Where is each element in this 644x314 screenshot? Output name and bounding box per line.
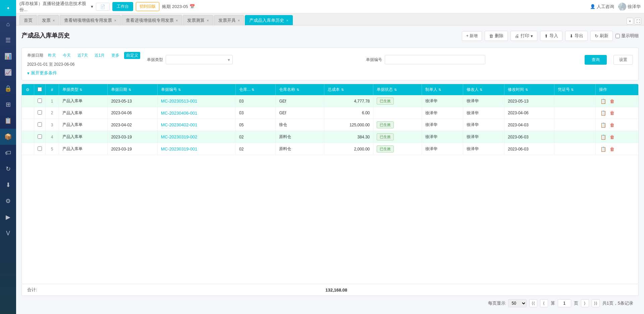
sidebar-item-doc[interactable]: ☰ [0, 32, 16, 48]
first-page-btn[interactable]: ⟨⟨ [529, 299, 537, 307]
col-creator[interactable]: 制单人 [422, 84, 463, 95]
sidebar-item-voucher[interactable]: 📋 [0, 113, 16, 129]
row-checkbox-cell[interactable] [34, 119, 45, 131]
row-checkbox[interactable] [38, 134, 42, 139]
date-option-custom[interactable]: 自定义 [124, 52, 140, 59]
col-modifier[interactable]: 修改人 [463, 84, 504, 95]
tab-invoice-open[interactable]: 发票开具 × [214, 15, 244, 25]
sidebar-item-stamp[interactable]: 🏷 [0, 145, 16, 161]
sidebar-item-settings2[interactable]: ⚙ [0, 193, 16, 209]
expand-more-btn[interactable]: ▾ 展开更多条件 [27, 70, 633, 76]
col-settings[interactable]: ⚙ [22, 84, 34, 95]
sidebar-item-analysis[interactable]: 📈 [0, 64, 16, 80]
edit-btn[interactable]: 📋 [599, 134, 607, 140]
row-checkbox[interactable] [38, 122, 42, 127]
print-btn[interactable]: 🖨 打印 [511, 31, 537, 41]
type-filter-select[interactable] [166, 55, 233, 64]
doc-number-link[interactable]: MC-20230513-001 [161, 99, 197, 104]
tab-invoice-close[interactable]: × [53, 18, 55, 22]
col-date[interactable]: 单据日期 [108, 84, 157, 95]
refresh-btn[interactable]: ↻ 刷新 [590, 31, 613, 41]
row-checkbox-cell[interactable] [34, 95, 45, 107]
doc-number-link[interactable]: MC-20230406-001 [161, 111, 197, 116]
row-checkbox-cell[interactable] [34, 131, 45, 143]
row-checkbox-cell[interactable] [34, 143, 45, 155]
edit-btn[interactable]: 📋 [599, 98, 607, 105]
sidebar-item-download[interactable]: ⬇ [0, 177, 16, 193]
user-profile[interactable]: @ Ea 徐泽华 [618, 3, 641, 11]
doc-number-link[interactable]: MC-20230319-002 [161, 134, 197, 139]
col-modify-time[interactable]: 修改时间 [504, 84, 554, 95]
row-delete-btn[interactable]: 🗑 [608, 146, 616, 152]
edit-btn[interactable]: 📋 [599, 146, 607, 152]
tab-invoice-calc[interactable]: 发票测算 × [183, 15, 213, 25]
row-number[interactable]: MC-20230402-001 [157, 119, 235, 131]
tab-purchase-vat-close[interactable]: × [176, 18, 178, 22]
edit-btn[interactable]: 📋 [599, 110, 607, 116]
date-option-1month[interactable]: 近1月 [93, 52, 107, 59]
tab-home[interactable]: 首页 [19, 15, 37, 25]
number-filter-input[interactable] [385, 55, 485, 64]
last-page-btn[interactable]: ⟩⟩ [592, 299, 600, 307]
show-detail-toggle-label[interactable]: 显示明细 [615, 33, 639, 39]
show-detail-checkbox[interactable] [615, 34, 620, 38]
tab-product-history[interactable]: 产成品入库单历史 × [245, 15, 292, 25]
prev-page-btn[interactable]: ⟨ [540, 299, 548, 307]
tab-sales-vat-close[interactable]: × [114, 18, 116, 22]
col-warehouse-code[interactable]: 仓库... [235, 84, 276, 95]
company-selector[interactable]: (库存核算）直播轻捷通信息技术股份... [19, 1, 93, 13]
row-number[interactable]: MC-20230319-001 [157, 143, 235, 155]
tab-fullscreen-btn[interactable]: ⛶ [635, 18, 641, 24]
date-option-yesterday[interactable]: 昨天 [46, 52, 58, 59]
row-delete-btn[interactable]: 🗑 [608, 122, 616, 128]
export-btn[interactable]: ⬇ 导出 [565, 31, 588, 41]
sidebar-item-cycle[interactable]: ↻ [0, 161, 16, 177]
date-option-7days[interactable]: 近7天 [75, 52, 90, 59]
tab-invoice-calc-close[interactable]: × [207, 18, 209, 22]
row-checkbox[interactable] [38, 110, 42, 115]
col-total-cost[interactable]: 总成本 [324, 84, 373, 95]
date-option-more[interactable]: 更多 [109, 52, 121, 59]
sidebar-item-home[interactable]: ⌂ [0, 16, 16, 32]
row-checkbox[interactable] [38, 146, 42, 151]
tab-product-history-close[interactable]: × [286, 18, 288, 22]
sidebar-item-table2[interactable]: ⊞ [0, 97, 16, 113]
settings-btn[interactable]: 设置 [613, 55, 633, 65]
edit-btn[interactable]: 📋 [599, 122, 607, 128]
col-voucher[interactable]: 凭证号 [554, 84, 595, 95]
col-number[interactable]: 单据编号 [157, 84, 235, 95]
tab-sales-vat[interactable]: 查看销项增值税专用发票 × [60, 15, 120, 25]
row-checkbox[interactable] [38, 99, 42, 103]
import-btn[interactable]: ⬆ 导入 [540, 31, 562, 41]
tab-invoice[interactable]: 发票 × [38, 15, 59, 25]
tab-purchase-vat[interactable]: 查看进项增值税专用发票 × [121, 15, 182, 25]
doc-number-link[interactable]: MC-20230319-001 [161, 146, 197, 151]
col-warehouse-name[interactable]: 仓库名称 [276, 84, 324, 95]
doc-number-link[interactable]: MC-20230402-001 [161, 122, 197, 127]
select-all-checkbox[interactable] [38, 87, 42, 91]
tab-close-all-btn[interactable]: × [627, 18, 633, 24]
sidebar-item-play[interactable]: ▶ [0, 209, 16, 225]
workbench-btn[interactable]: 工作台 [112, 2, 133, 11]
switch-old-btn[interactable]: 切到旧版 [136, 2, 159, 11]
sidebar-item-v[interactable]: V [0, 225, 16, 241]
company-dropdown-icon[interactable] [91, 4, 93, 9]
col-select-all[interactable] [34, 84, 45, 95]
print-dropdown-icon[interactable] [531, 34, 533, 39]
row-delete-btn[interactable]: 🗑 [608, 110, 616, 116]
row-checkbox-cell[interactable] [34, 107, 45, 119]
doc-template-btn[interactable]: 📄 [96, 3, 110, 11]
query-btn[interactable]: 查询 [585, 55, 607, 65]
row-number[interactable]: MC-20230513-001 [157, 95, 235, 107]
row-delete-btn[interactable]: 🗑 [608, 98, 616, 105]
support-btn[interactable]: 👤 人工咨询 [590, 4, 614, 10]
date-option-today[interactable]: 今天 [61, 52, 73, 59]
row-number[interactable]: MC-20230406-001 [157, 107, 235, 119]
sidebar-item-product[interactable]: 📦 [0, 129, 16, 145]
next-page-btn[interactable]: ⟩ [581, 299, 589, 307]
sidebar-item-lock[interactable]: 🔒 [0, 80, 16, 97]
tab-invoice-open-close[interactable]: × [238, 18, 240, 22]
new-btn[interactable]: + 新增 [462, 31, 482, 41]
row-number[interactable]: MC-20230319-002 [157, 131, 235, 143]
page-input[interactable] [558, 299, 571, 307]
